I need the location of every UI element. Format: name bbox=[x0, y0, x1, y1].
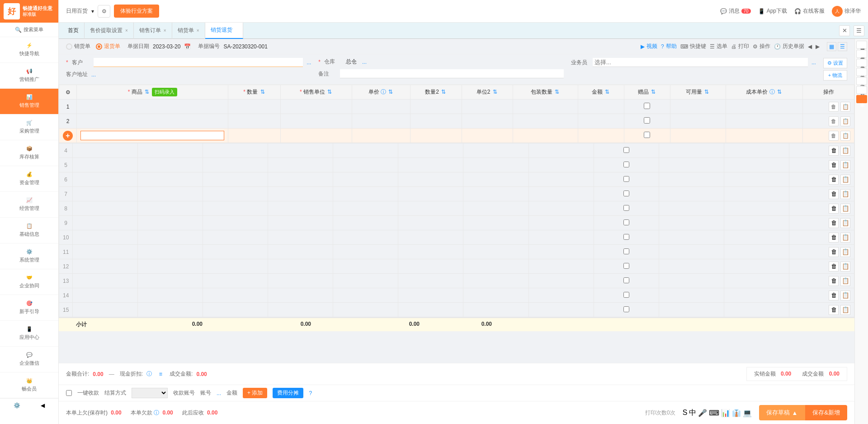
tab-close-sales-order[interactable]: × bbox=[164, 28, 166, 33]
customer-search-btn[interactable]: ... bbox=[307, 59, 311, 66]
sidebar-item-finance[interactable]: 💰 资金管理 bbox=[0, 166, 58, 192]
quantity-sort-icon[interactable]: ⇅ bbox=[260, 89, 265, 95]
right-panel-ledger-btn[interactable]: 账本 bbox=[856, 95, 867, 103]
tool-icon-4[interactable]: ⌨ bbox=[709, 409, 719, 417]
settlement-select[interactable] bbox=[132, 388, 168, 398]
copy-row-14-btn[interactable]: 📋 bbox=[840, 291, 850, 300]
save-draft-btn[interactable]: 保存草稿 ▲ bbox=[759, 405, 805, 420]
unit2-sort-icon[interactable]: ⇅ bbox=[493, 89, 497, 95]
copy-row-11-btn[interactable]: 📋 bbox=[840, 247, 850, 257]
delete-row-11-btn[interactable]: 🗑 bbox=[829, 247, 839, 257]
sidebar-item-system[interactable]: ⚙️ 系统管理 bbox=[0, 243, 58, 269]
available-sort-icon[interactable]: ⇅ bbox=[704, 89, 709, 95]
gift-checkbox-13[interactable] bbox=[623, 277, 629, 283]
sidebar-item-search[interactable]: 🔍 搜索菜单 bbox=[0, 23, 58, 37]
tab-close-sales-return[interactable]: × bbox=[235, 28, 238, 33]
topbar-settings-btn[interactable]: ⚙ bbox=[98, 5, 110, 18]
gift-checkbox-15[interactable] bbox=[623, 306, 629, 312]
sidebar-item-member[interactable]: 👑 畅会员 bbox=[0, 372, 58, 398]
delete-row-1-btn[interactable]: 🗑 bbox=[829, 102, 839, 112]
tool-icon-5[interactable]: 📊 bbox=[721, 409, 730, 417]
gift-checkbox-2[interactable] bbox=[644, 117, 650, 124]
fee-split-btn[interactable]: 费用分摊 bbox=[273, 388, 303, 398]
cost-info-icon[interactable]: ⓘ bbox=[769, 89, 775, 95]
right-panel-common-btn[interactable]: 常用功能 bbox=[856, 50, 867, 58]
delete-row-8-btn[interactable]: 🗑 bbox=[829, 204, 839, 214]
tab-close-sales[interactable]: × bbox=[197, 28, 199, 33]
sidebar-item-operation[interactable]: 📈 经营管理 bbox=[0, 192, 58, 218]
delete-row-7-btn[interactable]: 🗑 bbox=[829, 189, 839, 199]
delete-row-9-btn[interactable]: 🗑 bbox=[829, 218, 839, 228]
right-panel-help-btn[interactable]: 帮助 bbox=[856, 86, 867, 94]
sidebar-item-marketing[interactable]: 📢 营销推广 bbox=[0, 63, 58, 89]
copy-row-8-btn[interactable]: 📋 bbox=[840, 204, 850, 214]
sidebar-item-purchase[interactable]: 🛒 采购管理 bbox=[0, 114, 58, 140]
sidebar-item-wechat[interactable]: 💬 企业微信 bbox=[0, 347, 58, 372]
gift-checkbox-5[interactable] bbox=[623, 162, 629, 167]
message-btn[interactable]: 💬 消息 70 bbox=[720, 7, 751, 15]
warehouse-search-btn[interactable]: ... bbox=[362, 59, 367, 65]
copy-row-13-btn[interactable]: 📋 bbox=[840, 276, 850, 286]
add-row-btn[interactable]: + bbox=[63, 131, 73, 141]
gift-checkbox-14[interactable] bbox=[623, 292, 629, 298]
tab-menu-btn[interactable]: ☰ bbox=[854, 25, 864, 36]
delete-row-10-btn[interactable]: 🗑 bbox=[829, 233, 839, 243]
one-click-payment-checkbox[interactable] bbox=[66, 390, 72, 396]
tab-sales-order[interactable]: 销售订单 × bbox=[134, 23, 172, 39]
gift-checkbox-1[interactable] bbox=[644, 103, 650, 109]
delete-row-15-btn[interactable]: 🗑 bbox=[829, 305, 839, 315]
tool-icon-2[interactable]: 中 bbox=[689, 408, 696, 418]
tab-close-all-btn[interactable]: ✕ bbox=[839, 25, 850, 36]
tool-icon-6[interactable]: 👔 bbox=[732, 409, 741, 417]
copy-row-15-btn[interactable]: 📋 bbox=[840, 305, 850, 315]
right-panel-messages-btn[interactable]: 消息提醒 bbox=[856, 41, 867, 49]
tab-close-price-extract[interactable]: × bbox=[125, 28, 128, 33]
copy-row-2-btn[interactable]: 📋 bbox=[840, 116, 850, 126]
nav-dropdown[interactable]: ▾ bbox=[91, 8, 94, 14]
cost-sort-icon[interactable]: ⇅ bbox=[777, 89, 782, 95]
radio-sale[interactable]: 销货单 bbox=[66, 43, 90, 50]
online-service-btn[interactable]: 🎧 在线客服 bbox=[794, 7, 825, 15]
delete-row-3-btn[interactable]: 🗑 bbox=[829, 131, 839, 141]
delete-row-2-btn[interactable]: 🗑 bbox=[829, 116, 839, 126]
fee-help-icon[interactable]: ? bbox=[309, 390, 312, 396]
prev-history-btn[interactable]: ◀ bbox=[808, 43, 812, 50]
account-select-btn[interactable]: 账号 bbox=[200, 389, 211, 397]
product-input-active[interactable] bbox=[80, 131, 224, 140]
delete-row-4-btn[interactable]: 🗑 bbox=[829, 146, 839, 156]
copy-row-10-btn[interactable]: 📋 bbox=[840, 233, 850, 243]
gift-checkbox-6[interactable] bbox=[623, 176, 629, 182]
gift-checkbox-8[interactable] bbox=[623, 205, 629, 211]
history-link[interactable]: 🕐 历史单据 bbox=[774, 43, 804, 50]
tool-icon-1[interactable]: S bbox=[683, 409, 688, 417]
copy-row-5-btn[interactable]: 📋 bbox=[840, 160, 850, 170]
gift-checkbox-7[interactable] bbox=[623, 191, 629, 196]
customer-input[interactable] bbox=[94, 58, 303, 67]
sidebar-item-basic-info[interactable]: 📋 基础信息 bbox=[0, 218, 58, 243]
save-new-btn[interactable]: 保存&新增 bbox=[805, 405, 847, 420]
grid-view-btn[interactable]: ▦ bbox=[827, 42, 836, 51]
copy-row-6-btn[interactable]: 📋 bbox=[840, 175, 850, 185]
discount-info-icon[interactable]: ⓘ bbox=[146, 370, 152, 378]
video-link[interactable]: ▶ 视频 bbox=[641, 43, 657, 50]
copy-row-4-btn[interactable]: 📋 bbox=[840, 146, 850, 156]
list-view-btn[interactable]: ☰ bbox=[838, 42, 847, 51]
sidebar-item-quick-nav[interactable]: ⚡ 快捷导航 bbox=[0, 37, 58, 63]
tool-icon-7[interactable]: 💻 bbox=[743, 409, 752, 417]
tab-home[interactable]: 首页 bbox=[62, 23, 85, 39]
gift-sort-icon[interactable]: ⇅ bbox=[651, 89, 656, 95]
settings-side-btn[interactable]: ⚙ 设置 bbox=[823, 58, 847, 68]
tab-price-extract[interactable]: 售价提取设置 × bbox=[85, 23, 134, 39]
sidebar-item-appstore[interactable]: 📱 应用中心 bbox=[0, 321, 58, 347]
sidebar-item-enterprise[interactable]: 🤝 企业协同 bbox=[0, 269, 58, 295]
scan-button[interactable]: 扫码录入 bbox=[152, 88, 177, 96]
product-sort-icon[interactable]: ⇅ bbox=[145, 89, 149, 95]
sidebar-item-inventory[interactable]: 📦 库存核算 bbox=[0, 140, 58, 166]
print-link[interactable]: 🖨 打印 bbox=[731, 43, 749, 50]
tab-sales[interactable]: 销货单 × bbox=[172, 23, 205, 39]
tool-icon-3[interactable]: 🎤 bbox=[698, 409, 707, 417]
sidebar-item-sales[interactable]: 📊 销售管理 bbox=[0, 89, 58, 114]
debt-info-icon[interactable]: ⓘ bbox=[154, 410, 159, 416]
address-select-btn[interactable]: ... bbox=[91, 71, 96, 78]
copy-row-7-btn[interactable]: 📋 bbox=[840, 189, 850, 199]
